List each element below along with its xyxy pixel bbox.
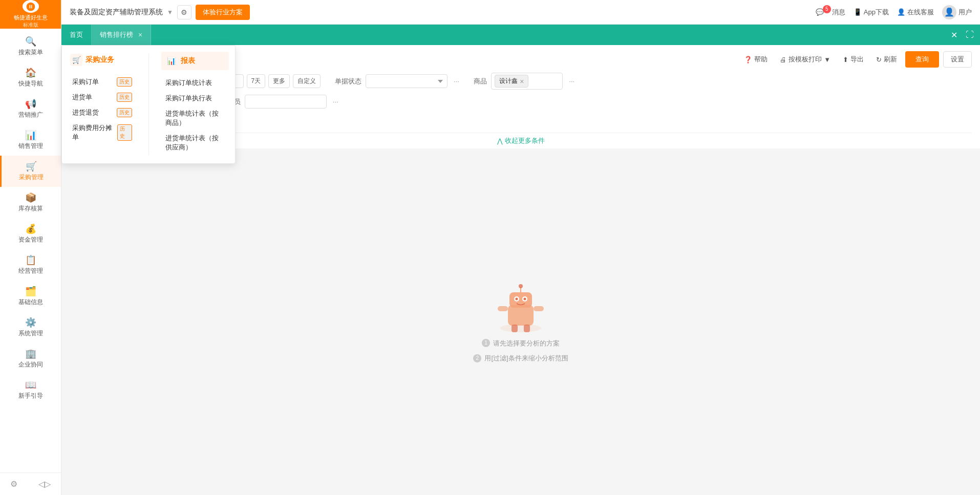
svg-point-5 [515, 297, 518, 300]
voucher-status-filter: 单据状态 ··· [335, 74, 459, 88]
header-settings-btn[interactable]: ⚙ [177, 5, 191, 19]
dropdown-col-purchase-header: 🛒 采购业务 [70, 54, 134, 69]
industry-btn[interactable]: 体验行业方案 [196, 5, 250, 20]
collapse-btn[interactable]: ⋀ 收起更多条件 [497, 136, 545, 145]
salesperson-input[interactable] [245, 95, 327, 109]
sidebar-item-quick_nav[interactable]: 🏠 快捷导航 [0, 62, 61, 93]
sidebar-label-inventory: 库存核算 [18, 204, 43, 213]
tab-sales-rank[interactable]: 销售排行榜 × [92, 25, 151, 45]
app-download-btn[interactable]: 📱 App下载 [854, 8, 889, 17]
sidebar-icon-inventory: 📦 [25, 192, 36, 203]
sidebar-label-sales_mgmt: 销售管理 [18, 142, 43, 150]
tab-close-all-icon[interactable]: ✕ [949, 28, 960, 42]
print-icon: 🖨 [780, 56, 786, 63]
tab-sales-rank-close[interactable]: × [138, 31, 142, 39]
system-dropdown-arrow[interactable]: ▼ [167, 9, 173, 16]
purchase-expense-hist: 历史 [117, 124, 132, 141]
messages-btn[interactable]: 💬 5 消息 [816, 8, 845, 17]
step-1-num: 1 [482, 339, 490, 347]
sidebar-item-inventory[interactable]: 📦 库存核算 [0, 187, 61, 218]
sidebar-label-marketing: 营销推广 [18, 111, 43, 119]
dropdown-col-purchase: 🛒 采购业务 采购订单 历史 进货单 历史 进货退货 历史 采购费用分摊单 历史 [70, 54, 134, 155]
app-download-label: App下载 [864, 8, 889, 17]
empty-state-illustration [490, 279, 551, 336]
dropdown-item-purchase-return[interactable]: 进货退货 历史 [70, 105, 134, 120]
goods-label: 商品 [474, 77, 487, 86]
online-service-btn[interactable]: 👤 在线客服 [897, 8, 934, 17]
sidebar-item-enterprise[interactable]: 🏢 企业协同 [0, 343, 61, 374]
dropdown-divider [148, 54, 149, 155]
sidebar: 畅捷通好生意 标准版 🔍 搜索菜单 🏠 快捷导航 📢 营销推广 📊 销售管理 🛒… [0, 0, 61, 495]
tab-home-label: 首页 [70, 30, 83, 39]
purchase-return-label: 进货退货 [72, 108, 99, 117]
sidebar-settings-icon[interactable]: ⚙ [10, 479, 17, 489]
receive-stat-goods-label: 进货单统计表（按商品） [165, 109, 225, 127]
template-print-btn[interactable]: 🖨 按模板打印 ▼ [776, 51, 835, 68]
sidebar-item-system_mgmt[interactable]: ⚙️ 系统管理 [0, 312, 61, 343]
help-btn[interactable]: ❓ 帮助 [740, 51, 772, 68]
user-menu[interactable]: 👤 用户 [942, 5, 972, 19]
tab-home[interactable]: 首页 [61, 25, 92, 45]
dropdown-item-purchase-order-exec[interactable]: 采购订单执行表 [163, 91, 227, 106]
help-label: 帮助 [754, 55, 768, 64]
sidebar-item-sales_mgmt[interactable]: 📊 销售管理 [0, 124, 61, 156]
goods-tag: 设计鑫 × [495, 75, 528, 88]
svg-point-12 [519, 284, 523, 288]
date-preset-7days[interactable]: 7天 [247, 74, 266, 88]
dropdown-item-purchase-expense[interactable]: 采购费用分摊单 历史 [70, 120, 134, 145]
voucher-status-more[interactable]: ··· [454, 77, 459, 85]
phone-icon: 📱 [854, 8, 862, 16]
sidebar-item-capital_mgmt[interactable]: 💰 资金管理 [0, 218, 61, 249]
goods-tag-text: 设计鑫 [499, 77, 518, 85]
settings-button[interactable]: 设置 [943, 51, 972, 68]
svg-point-6 [523, 297, 526, 300]
sidebar-icon-search: 🔍 [25, 36, 36, 47]
dropdown-item-purchase-order[interactable]: 采购订单 历史 [70, 74, 134, 90]
purchase-receive-label: 进货单 [72, 93, 92, 102]
dropdown-item-purchase-order-stat[interactable]: 采购订单统计表 [163, 75, 227, 91]
messages-label: 消息 [832, 8, 845, 17]
dropdown-item-receive-stat-supplier[interactable]: 进货单统计表（按供应商） [163, 131, 227, 155]
sidebar-item-search[interactable]: 🔍 搜索菜单 [0, 31, 61, 62]
sidebar-collapse-icon[interactable]: ◁▷ [38, 479, 51, 489]
step-2-text: 用[过滤]条件来缩小分析范围 [484, 352, 568, 364]
purchase-return-hist: 历史 [117, 108, 132, 117]
date-preset-more[interactable]: 更多 [268, 74, 290, 88]
report-col-icon: 📊 [165, 55, 178, 67]
dropdown-item-purchase-receive[interactable]: 进货单 历史 [70, 90, 134, 105]
dropdown-item-receive-stat-goods[interactable]: 进货单统计表（按商品） [163, 106, 227, 131]
export-icon: ⬆ [843, 56, 848, 63]
data-area: 1 请先选择要分析的方案 2 用[过滤]条件来缩小分析范围 [61, 148, 980, 495]
sidebar-navigation: 🔍 搜索菜单 🏠 快捷导航 📢 营销推广 📊 销售管理 🛒 采购管理 📦 库存核… [0, 29, 61, 472]
service-icon: 👤 [897, 8, 905, 16]
purchase-receive-hist: 历史 [117, 93, 132, 102]
purchase-dropdown-menu: 🛒 采购业务 采购订单 历史 进货单 历史 进货退货 历史 采购费用分摊单 历史 [61, 45, 236, 164]
goods-tag-remove[interactable]: × [520, 77, 524, 85]
salesperson-more[interactable]: ··· [333, 98, 338, 105]
sidebar-icon-basic_info: 🗂️ [25, 286, 36, 297]
query-button[interactable]: 查询 [905, 51, 939, 68]
empty-state-text: 1 请先选择要分析的方案 2 用[过滤]条件来缩小分析范围 [473, 337, 568, 364]
sidebar-item-purchase_mgmt[interactable]: 🛒 采购管理 [0, 156, 61, 187]
refresh-btn[interactable]: ↻ 刷新 [872, 51, 901, 68]
header-right: 💬 5 消息 📱 App下载 👤 在线客服 👤 用户 [816, 5, 972, 19]
sidebar-item-basic_info[interactable]: 🗂️ 基础信息 [0, 281, 61, 312]
sidebar-label-new_guide: 新手引导 [18, 392, 43, 400]
logo-icon [23, 0, 39, 13]
svg-rect-7 [498, 306, 508, 311]
sidebar-item-new_guide[interactable]: 📖 新手引导 [0, 374, 61, 405]
goods-more[interactable]: ··· [569, 77, 574, 85]
purchase-col-title: 采购业务 [86, 55, 114, 64]
purchase-order-stat-label: 采购订单统计表 [165, 78, 212, 88]
sidebar-item-operations[interactable]: 📋 经营管理 [0, 249, 61, 281]
voucher-status-select[interactable] [366, 74, 448, 88]
template-print-label: 按模板打印 [789, 55, 822, 64]
svg-rect-10 [524, 325, 530, 332]
purchase-order-exec-label: 采购订单执行表 [165, 94, 212, 103]
sidebar-item-marketing[interactable]: 📢 营销推广 [0, 93, 61, 124]
date-preset-custom[interactable]: 自定义 [293, 74, 321, 88]
export-btn[interactable]: ⬆ 导出 [839, 51, 868, 68]
purchase-order-label: 采购订单 [72, 77, 99, 87]
goods-filter: 商品 设计鑫 × ··· [474, 73, 574, 90]
tab-expand-icon[interactable]: ⛶ [964, 28, 976, 41]
